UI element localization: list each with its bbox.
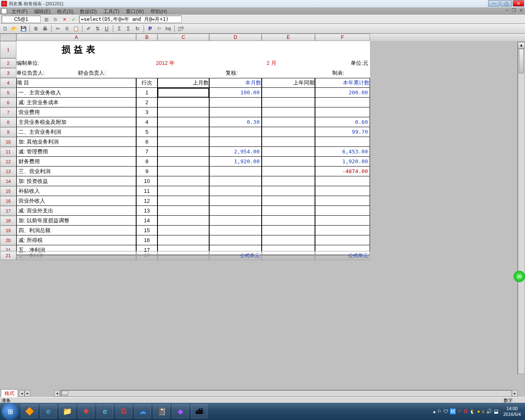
cell[interactable] [158, 196, 209, 206]
cell[interactable] [158, 137, 209, 147]
tray-s-icon[interactable]: ಽ [457, 409, 462, 414]
taskbar-app-7-icon[interactable]: ☁ [135, 404, 151, 418]
cell[interactable] [262, 206, 315, 216]
cell[interactable] [158, 216, 209, 226]
cell[interactable] [209, 176, 262, 186]
cell[interactable]: 二、主营业务利润 [16, 127, 136, 137]
cell[interactable]: 4 [136, 117, 158, 127]
cell[interactable]: 99.70 [315, 127, 370, 137]
formula-input[interactable]: =select(D5,年@=年 and 月@=月+1) [79, 16, 182, 23]
tray-misc-icon[interactable]: ⬓ [494, 409, 498, 414]
cell[interactable]: 2 [136, 98, 158, 107]
select-all-corner[interactable] [0, 34, 16, 41]
mdi-minimize-icon[interactable]: ─ [505, 8, 509, 13]
tray-volume-icon[interactable]: 🔊 [486, 409, 492, 414]
taskbar-clock[interactable]: 14:00 2016/5/4 [501, 406, 523, 417]
cell[interactable] [209, 206, 262, 216]
cut-icon[interactable]: ✂ [54, 25, 62, 32]
cell[interactable]: 一、主营业务收入 [16, 88, 136, 98]
help-icon[interactable]: ⍰? [177, 25, 185, 32]
cell[interactable] [158, 186, 209, 196]
taskbar-app-8-icon[interactable]: 📓 [153, 404, 170, 418]
cell[interactable]: 财务费用 [16, 157, 136, 167]
row-header[interactable]: 6 [0, 98, 16, 107]
cell[interactable]: 13 [136, 206, 158, 216]
cell[interactable] [262, 196, 315, 206]
menu-item[interactable]: 数据(D) [78, 7, 98, 16]
menu-item[interactable]: 编辑(E) [32, 7, 52, 16]
vertical-scrollbar[interactable]: ▲ [518, 42, 525, 374]
row-header[interactable]: 16 [0, 196, 16, 206]
cells-area[interactable]: 损益表编制单位: 2012 年 2 月 单位:元单位负责人: 财会负责人: 复核… [16, 41, 370, 255]
cell[interactable]: 加: 其他业务利润 [16, 137, 136, 147]
hscroll-thumb[interactable] [62, 391, 68, 396]
cell[interactable] [315, 137, 370, 147]
tray-m-icon[interactable]: M [450, 409, 456, 414]
cell[interactable] [209, 226, 262, 235]
row-header[interactable]: 5 [0, 88, 16, 98]
sigma-icon[interactable]: Σ [116, 25, 123, 32]
col-header-f[interactable]: F [315, 34, 370, 41]
fx-icon[interactable]: fx [52, 16, 59, 23]
log-icon[interactable]: log [164, 25, 172, 32]
cell[interactable]: 12 [136, 196, 158, 206]
open-file-icon[interactable]: 📂 [11, 25, 18, 32]
cell[interactable]: 四、利润总额 [16, 226, 136, 235]
row-header[interactable]: 2 [0, 58, 16, 68]
tray-up-icon[interactable]: ▴ [433, 409, 436, 414]
cell[interactable]: 1,920.00 [315, 157, 370, 167]
mdi-close-icon[interactable]: ✕ [519, 8, 523, 13]
start-button[interactable]: ⊞ [2, 403, 19, 420]
cell[interactable] [209, 235, 262, 245]
cell[interactable] [262, 167, 315, 176]
cell[interactable]: 11 [136, 186, 158, 196]
close-button[interactable]: ✕ [513, 0, 524, 7]
cell[interactable] [158, 88, 209, 98]
cell[interactable]: 营业外收入 [16, 196, 136, 206]
row-header[interactable]: 11 [0, 147, 16, 157]
underline-icon[interactable]: U [103, 25, 110, 32]
row-header[interactable]: 10 [0, 137, 16, 147]
cell[interactable] [158, 98, 209, 107]
sigma2-icon[interactable]: Σ [125, 25, 132, 32]
cell[interactable] [209, 137, 262, 147]
cell[interactable]: 补贴收入 [16, 186, 136, 196]
sort-icon[interactable]: ⇅ [94, 25, 101, 32]
taskbar-ie-icon[interactable]: e [40, 404, 57, 418]
cell[interactable]: 10 [136, 176, 158, 186]
cell[interactable] [158, 167, 209, 176]
cell[interactable] [262, 88, 315, 98]
cell[interactable]: 三、营业利润 [16, 167, 136, 176]
cell[interactable]: 2,954.00 [209, 147, 262, 157]
row-header[interactable]: 7 [0, 107, 16, 117]
taskbar-app-5-icon[interactable]: e [97, 404, 113, 418]
cell[interactable] [262, 157, 315, 167]
cancel-icon[interactable]: ✕ [61, 16, 68, 23]
cell[interactable] [315, 196, 370, 206]
cell[interactable] [209, 107, 262, 117]
copy-icon[interactable]: ⎘ [63, 25, 71, 32]
row-header[interactable]: 17 [0, 206, 16, 216]
row-header[interactable]: 19 [0, 226, 16, 235]
row-header[interactable]: 1 [0, 41, 16, 58]
cell[interactable]: 减: 营业外支出 [16, 206, 136, 216]
cell[interactable] [262, 117, 315, 127]
row-header[interactable]: 20 [0, 235, 16, 245]
cell[interactable] [209, 186, 262, 196]
cell[interactable]: 1 [136, 88, 158, 98]
cell[interactable]: 3 [136, 107, 158, 117]
row-header[interactable]: 14 [0, 176, 16, 186]
cell[interactable]: 加: 以前年度损益调整 [16, 216, 136, 226]
cell[interactable]: 6 [136, 137, 158, 147]
maximize-button[interactable]: ▢ [500, 0, 512, 7]
row-header[interactable]: 9 [0, 127, 16, 137]
row-header[interactable]: 12 [0, 157, 16, 167]
horizontal-scrollbar[interactable] [61, 390, 512, 397]
cell[interactable] [315, 235, 370, 245]
row-header[interactable]: 4 [0, 78, 16, 88]
tray-shield-icon[interactable]: 🛡 [443, 409, 448, 414]
cell[interactable]: 8 [136, 157, 158, 167]
cell[interactable] [158, 117, 209, 127]
cell[interactable] [315, 206, 370, 216]
row-header[interactable]: 18 [0, 216, 16, 226]
